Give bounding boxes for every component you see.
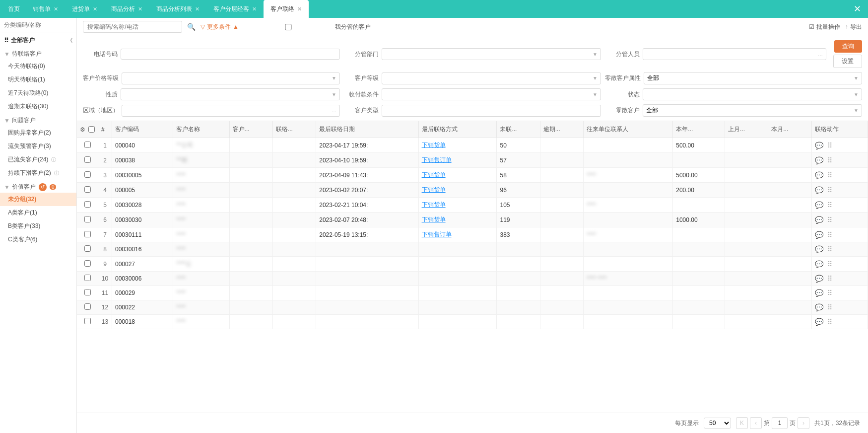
row-checkbox-5[interactable] [84,216,91,222]
sidebar-item-churn-risk[interactable]: 流失预警客户(3) [0,140,76,153]
close-window-icon[interactable]: ✕ [849,3,866,14]
td-last-month-9 [725,272,768,286]
batch-operation-btn[interactable]: ☑ 批量操作 [809,23,840,31]
per-page-select[interactable]: 50 100 200 [704,418,731,429]
more-icon-9[interactable]: ⠿ [827,275,832,283]
row-checkbox-7[interactable] [84,245,91,252]
export-btn[interactable]: ↑ 导出 [845,23,862,31]
more-icon-0[interactable]: ⠿ [827,142,832,149]
tab-home[interactable]: 首页 [2,5,26,13]
tab-analysis[interactable]: 商品分析 ✕ [104,0,149,18]
sidebar-item-b-class[interactable]: B类客户(33) [0,219,76,233]
row-checkbox-4[interactable] [84,201,91,208]
page-first-btn[interactable]: K [736,417,748,429]
contact-icon-8[interactable]: 💬 [815,260,823,268]
sidebar-item-abnormal-buy[interactable]: 固购异常客户(2) [0,126,76,140]
search-input[interactable] [83,21,182,33]
row-checkbox-1[interactable] [84,156,91,163]
row-checkbox-3[interactable] [84,186,91,193]
more-icon-10[interactable]: ⠿ [827,289,832,297]
contact-icon-1[interactable]: 💬 [815,156,823,164]
tab-customer-contact[interactable]: 客户联络 ✕ [264,0,309,18]
sidebar-item-lost[interactable]: 已流失客户(24) ⓘ [0,153,76,166]
row-checkbox-9[interactable] [84,275,91,281]
sidebar-item-holding[interactable]: 持续下滑客户(2) ⓘ [0,166,76,180]
adv-filter-region-select[interactable]: … [122,105,340,117]
contact-icon-4[interactable]: 💬 [815,201,823,209]
contact-icon-2[interactable]: 💬 [815,171,823,179]
more-icon-4[interactable]: ⠿ [827,201,832,209]
row-checkbox-0[interactable] [84,142,91,148]
td-last-month-4 [725,198,768,213]
sidebar-search-input[interactable] [4,21,77,28]
contact-icon-3[interactable]: 💬 [815,186,823,194]
contact-icon-0[interactable]: 💬 [815,142,823,149]
more-icon-11[interactable]: ⠿ [827,303,832,311]
query-btn[interactable]: 查询 [834,40,862,53]
tab-customer-tier-close[interactable]: ✕ [252,6,257,12]
settings-icon[interactable]: ⚙ [80,126,85,133]
contact-icon-11[interactable]: 💬 [815,303,823,311]
more-icon-8[interactable]: ⠿ [827,260,832,268]
tab-customer-tier[interactable]: 客户分层经客 ✕ [206,0,264,18]
tab-sales-close[interactable]: ✕ [54,6,58,12]
contact-icon-10[interactable]: 💬 [815,289,823,297]
row-checkbox-11[interactable] [84,303,91,310]
row-checkbox-10[interactable] [84,289,91,295]
more-icon-2[interactable]: ⠿ [827,171,832,179]
page-prev-btn[interactable]: ‹ [750,417,762,429]
more-icon-7[interactable]: ⠿ [827,245,832,253]
sidebar-item-ungraded[interactable]: 未分组(32) [0,193,76,206]
more-icon-6[interactable]: ⠿ [827,231,832,239]
adv-filter-customer-type-select[interactable] [382,105,601,117]
more-icon-12[interactable]: ⠿ [827,318,832,326]
batch-icon: ☑ [809,23,814,30]
tab-customer-contact-close[interactable]: ✕ [297,6,302,12]
sidebar-item-a-class[interactable]: A类客户(1) [0,206,76,219]
reset-btn[interactable]: 设置 [833,55,862,68]
contact-icon-7[interactable]: 💬 [815,245,823,253]
tab-purchase-close[interactable]: ✕ [93,6,97,12]
sidebar-item-today[interactable]: 今天待联络(0) [0,60,76,73]
adv-filter-customer-tier-select[interactable]: ▼ [382,72,601,84]
tab-sales[interactable]: 销售单 ✕ [26,0,65,18]
adv-filter-phone-input[interactable] [121,49,340,60]
sidebar-item-tomorrow[interactable]: 明天待联络(1) [0,73,76,86]
contact-icon-6[interactable]: 💬 [815,231,823,239]
my-customers-checkbox-container[interactable]: 我分管的客户 [244,23,371,31]
contact-icon-5[interactable]: 💬 [815,216,823,224]
adv-filter-nature-select[interactable]: ▼ [121,88,340,100]
contact-icon-12[interactable]: 💬 [815,318,823,326]
sidebar-item-overdue[interactable]: 逾期未联络(30) [0,100,76,113]
tab-analysis-list[interactable]: 商品分析列表 ✕ [149,0,206,18]
my-customers-checkbox[interactable] [244,24,333,30]
more-icon-5[interactable]: ⠿ [827,216,832,224]
tab-purchase[interactable]: 进货单 ✕ [65,0,104,18]
contact-icon-9[interactable]: 💬 [815,275,823,283]
adv-filter-payment-select[interactable]: ▼ [382,88,601,100]
sidebar-item-c-class[interactable]: C类客户(6) [0,233,76,246]
adv-filter-price-tier-select[interactable]: ▼ [122,72,340,84]
adv-filter-status-select[interactable]: ▼ [643,88,862,100]
select-all-checkbox[interactable] [88,126,95,133]
row-checkbox-2[interactable] [84,171,91,178]
table-header-row: ⚙ # 客户编码 客户名称 客户... 联络... 最后联络日期 最后联络方式 … [77,121,868,138]
retail-customer-value: 全部 [646,106,658,115]
more-conditions-btn[interactable]: ▽ 更多条件 ▲ [200,23,239,31]
row-checkbox-6[interactable] [84,231,91,237]
more-icon-1[interactable]: ⠿ [827,156,832,164]
td-name-4: **** [173,198,229,213]
tab-analysis-list-close[interactable]: ✕ [195,6,200,12]
tab-analysis-close[interactable]: ✕ [138,6,142,12]
sidebar-item-near7[interactable]: 近7天待联络(0) [0,86,76,100]
row-checkbox-8[interactable] [84,260,91,267]
adv-filter-retail-customer-select[interactable]: 全部 ▼ [643,104,862,117]
row-checkbox-12[interactable] [84,318,91,324]
more-icon-3[interactable]: ⠿ [827,186,832,194]
adv-filter-retail-attr-select[interactable]: 全部 ▼ [644,72,862,84]
adv-filter-dept-select[interactable]: ▼ [382,48,601,60]
adv-filter-person-select[interactable]: … [643,48,826,60]
page-input[interactable] [772,417,788,429]
sidebar-all-customers[interactable]: ⠿ 全部客户 《 [0,32,76,47]
page-next-btn[interactable]: › [798,417,809,429]
